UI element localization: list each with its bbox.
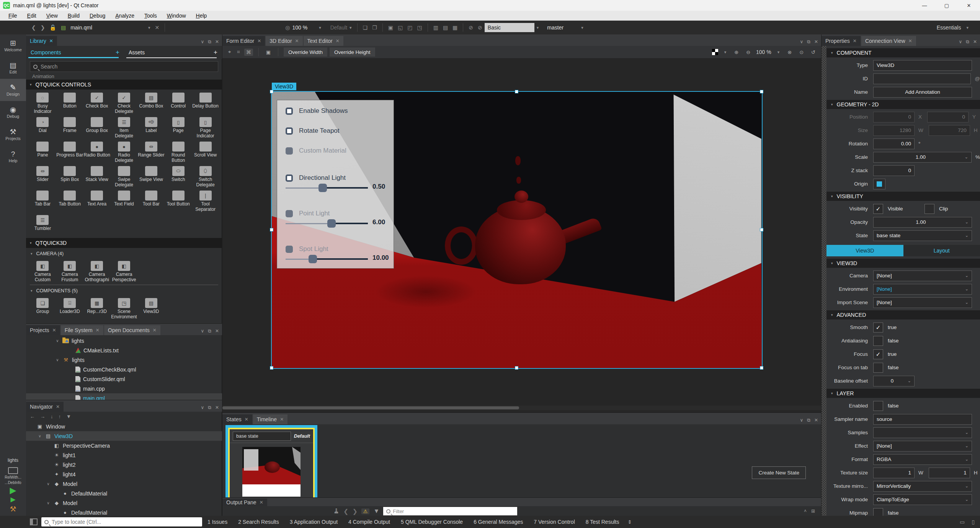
collapse-panel-icon[interactable]: ∨ xyxy=(800,417,804,423)
library-item[interactable]: ⍗Loader3D xyxy=(56,297,83,320)
tree-row-main-qml[interactable]: main.qml xyxy=(26,393,222,400)
prop-select-samples[interactable]: ⌄ xyxy=(873,427,972,438)
library-item[interactable]: ✓Check Box xyxy=(83,91,111,115)
form-editor-canvas[interactable]: View3D Enable ShadowsRotate TeapotCustom… xyxy=(222,58,821,412)
tree-row-light2[interactable]: ☀light2 xyxy=(26,460,222,469)
library-item[interactable]: ∣Tool Separator xyxy=(192,189,219,213)
library-item[interactable]: ▯Page xyxy=(165,116,192,139)
statusbar-6-general-messages[interactable]: 6 General Messages xyxy=(468,519,528,525)
tab-file-system[interactable]: File System✕ xyxy=(61,325,103,335)
library-search-input[interactable]: Search xyxy=(30,61,218,72)
copy-style-icon[interactable]: ▣ xyxy=(386,24,395,31)
move-forward-icon[interactable]: → xyxy=(40,414,45,419)
popout-panel-icon[interactable]: ⧉ xyxy=(807,417,810,423)
tab-components[interactable]: Components + xyxy=(26,46,124,59)
zoom-fit-icon[interactable]: ⊙ xyxy=(797,49,805,56)
zoom-selection-icon[interactable]: ⊗ xyxy=(786,49,794,56)
prop-select-scale[interactable]: 1.00⌄ xyxy=(873,152,972,163)
menu-view[interactable]: View xyxy=(42,12,62,20)
library-item[interactable]: ❏Group xyxy=(29,297,56,320)
library-item[interactable]: Swipe Delegate xyxy=(111,165,138,188)
tab-3d-editor[interactable]: 3D Editor✕ xyxy=(266,36,302,46)
library-item[interactable]: Pane xyxy=(29,140,56,164)
library-item[interactable]: ▤Combo Box xyxy=(137,91,165,115)
chevron-down-icon[interactable]: ▾ xyxy=(534,25,541,30)
close-panel-icon[interactable]: ✕ xyxy=(215,405,219,410)
subsection-components-5-[interactable]: ▾COMPONENTS (5) xyxy=(26,287,222,295)
checkbox-spot-light[interactable] xyxy=(286,246,293,253)
move-up-icon[interactable]: ↑ xyxy=(59,414,61,419)
next-icon[interactable]: ❯ xyxy=(352,508,357,515)
close-icon[interactable]: ✕ xyxy=(96,328,100,333)
override-height-button[interactable]: Override Height xyxy=(330,47,375,57)
library-item[interactable]: ◔Dial xyxy=(29,116,56,139)
statusbar-5-qml-debugger-console[interactable]: 5 QML Debugger Console xyxy=(395,519,468,525)
prop-input-1[interactable]: 1280 xyxy=(873,125,915,136)
close-icon[interactable]: ✕ xyxy=(853,38,857,44)
chevron-down-icon[interactable]: ▾ xyxy=(317,25,323,30)
props-section-geometry-2d[interactable]: ▾GEOMETRY - 2D xyxy=(826,100,980,109)
document-selector[interactable]: main.qml xyxy=(68,24,146,31)
tree-row-lights[interactable]: ∨lights xyxy=(26,336,222,345)
prop-input-id[interactable] xyxy=(873,73,971,84)
tab-states[interactable]: States✕ xyxy=(222,414,252,424)
statusbar-4-compile-output[interactable]: 4 Compile Output xyxy=(343,519,395,525)
collapse-panel-icon[interactable]: ∨ xyxy=(959,39,962,44)
tab-timeline[interactable]: Timeline✕ xyxy=(253,414,287,424)
tree-row-model[interactable]: ∨◆Model xyxy=(26,479,222,489)
create-new-state-button[interactable]: Create New State xyxy=(752,466,806,479)
tab-connection-view[interactable]: Connection View✕ xyxy=(861,36,916,46)
library-item[interactable]: ◧Camera Custom xyxy=(29,259,56,283)
library-item[interactable]: ◌Busy Indicator xyxy=(29,91,56,115)
library-item[interactable]: Text Field xyxy=(111,189,138,213)
prop-select-wrap-mode[interactable]: ClampToEdge⌄ xyxy=(873,494,972,505)
tree-row-perspectivecamera[interactable]: ◧PerspectiveCamera xyxy=(26,441,222,450)
tab-output-pane[interactable]: Output Pane✕ xyxy=(222,499,267,506)
library-item[interactable]: Text Area xyxy=(83,189,111,213)
form-zoom-value[interactable]: 100 % xyxy=(756,49,771,55)
expand-chevron-icon[interactable]: ∨ xyxy=(55,358,60,362)
menu-file[interactable]: File xyxy=(4,12,22,20)
library-item[interactable]: Tab Bar xyxy=(29,189,56,213)
prop-checkbox-visible[interactable]: ✓ xyxy=(873,204,883,214)
statusbar-8-test-results[interactable]: 8 Test Results xyxy=(580,519,625,525)
close-document-icon[interactable]: ✕ xyxy=(153,24,162,31)
prop-input-type[interactable]: View3D xyxy=(873,60,972,71)
section-header-qtquick3d[interactable]: ▾QTQUICK3D xyxy=(26,238,222,248)
reset-zoom-icon[interactable]: ↺ xyxy=(809,49,817,56)
maximize-button[interactable]: ▢ xyxy=(936,0,958,11)
library-item[interactable]: Group Box xyxy=(83,116,111,139)
library-item[interactable]: ◧Camera Frustum xyxy=(56,259,83,283)
props-section-view3d[interactable]: ▾VIEW3D xyxy=(826,259,980,268)
close-icon[interactable]: ✕ xyxy=(295,38,299,44)
properties-subtab-layout[interactable]: Layout xyxy=(903,245,980,256)
prop-select-environment[interactable]: [None]⌄ xyxy=(873,284,972,295)
anchor-icon[interactable]: ❐ xyxy=(370,24,379,31)
delete-item-icon[interactable]: ◳ xyxy=(415,24,424,31)
popout-panel-icon[interactable]: ⧉ xyxy=(208,39,211,44)
prop-checkbox-focus[interactable]: ✓ xyxy=(873,349,883,359)
mode-edit[interactable]: ▤Edit xyxy=(0,57,26,79)
tab-form-editor[interactable]: Form Editor✕ xyxy=(222,36,265,46)
chevron-down-icon[interactable]: ▾ xyxy=(347,25,354,30)
menu-tools[interactable]: Tools xyxy=(140,12,162,20)
warnings-filter-icon[interactable]: ⚠ xyxy=(361,508,370,514)
menu-edit[interactable]: Edit xyxy=(23,12,41,20)
tree-row-main-cpp[interactable]: main.cpp xyxy=(26,384,222,393)
essentials-selector[interactable]: Essentials ▾ xyxy=(937,24,971,31)
column-view-icon[interactable]: ▤ xyxy=(441,24,450,31)
library-item[interactable]: ✓Check Delegate xyxy=(111,91,138,115)
prop-input-z stack[interactable]: 0 xyxy=(873,165,915,176)
library-item[interactable]: ⬯Switch Delegate xyxy=(192,165,219,188)
prop-select-baseline-offset[interactable]: 0⌄ xyxy=(873,376,915,386)
chevron-down-icon[interactable]: ▾ xyxy=(722,50,729,55)
build-button[interactable]: ⚒ xyxy=(10,505,16,513)
collapse-panel-icon[interactable]: ∨ xyxy=(800,39,804,44)
library-item[interactable]: Stack View xyxy=(83,165,111,188)
menu-debug[interactable]: Debug xyxy=(85,12,110,20)
close-icon[interactable]: ✕ xyxy=(153,328,157,333)
grid-view-icon[interactable]: ▦ xyxy=(450,24,460,31)
close-panel-icon[interactable]: ✕ xyxy=(814,39,818,44)
menu-window[interactable]: Window xyxy=(162,12,191,20)
tab-text-editor[interactable]: Text Editor✕ xyxy=(304,36,343,46)
